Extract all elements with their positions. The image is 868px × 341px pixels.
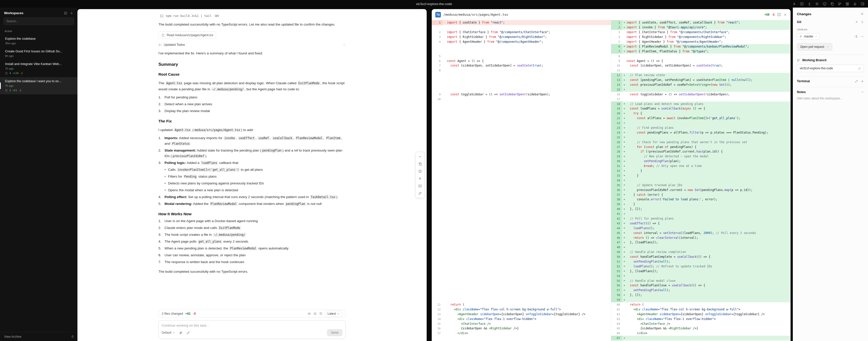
- diff-cell: [432, 135, 611, 140]
- code-text: }: [626, 174, 639, 177]
- line-number: 61: [611, 307, 622, 312]
- workspace-item[interactable]: Create Good First Issues on Github So...…: [0, 47, 78, 60]
- code-text: <AgentHeader sidebarOpen={sidebarOpen} o…: [626, 312, 765, 316]
- diff-row: 20+ try {: [432, 111, 790, 116]
- line-number: 38: [611, 197, 622, 202]
- diff-cell: [432, 283, 611, 288]
- file-read-chip[interactable]: Read medusa/src/pages/Agent.tsx: [158, 31, 216, 39]
- columns-icon[interactable]: [800, 2, 804, 6]
- open-pull-request-button[interactable]: Open pull request: [797, 43, 832, 51]
- diff-cell: 12+ // Plan review state: [611, 73, 790, 78]
- diff-cell: [432, 235, 611, 240]
- rename-branch-icon[interactable]: [858, 67, 861, 70]
- grid-icon[interactable]: [845, 2, 849, 6]
- notes-section-label[interactable]: Notes: [797, 90, 806, 94]
- close-diff-icon[interactable]: [783, 13, 787, 17]
- new-window-icon[interactable]: [64, 11, 67, 15]
- working-branch-input[interactable]: vk/3ccf-explore-the-code: [797, 64, 864, 72]
- diff-cell: 38+ console.error('Failed to load plans:…: [611, 197, 790, 202]
- terminal-icon[interactable]: [416, 183, 424, 189]
- diff-cell: 1+import { useState, useEffect, useRef, …: [611, 20, 790, 25]
- send-button[interactable]: Send: [327, 329, 342, 336]
- inline-code: ExitPlanMode: [297, 81, 320, 85]
- diff-cell: 40+ }, []);: [611, 207, 790, 212]
- message-input-box[interactable]: Continue working on this task... Default: [158, 320, 346, 339]
- more-options-icon[interactable]: ⋯: [860, 35, 864, 38]
- eye-icon[interactable]: [307, 312, 311, 315]
- new-terminal-icon[interactable]: [861, 80, 864, 83]
- diff-cell: [432, 164, 611, 168]
- expand-terminal-icon[interactable]: [855, 80, 858, 83]
- view-archive-link[interactable]: View Archive: [4, 335, 21, 338]
- edit-icon[interactable]: [186, 331, 190, 335]
- plus-icon[interactable]: [70, 11, 73, 15]
- theme-icon[interactable]: [815, 2, 819, 6]
- chevron-down-icon: [343, 43, 346, 46]
- todos-collapse[interactable]: Updated Todos: [158, 43, 346, 46]
- upload-icon[interactable]: [808, 2, 811, 6]
- workspace-item[interactable]: Explore the codebase35m ago: [0, 35, 78, 47]
- list-item: 2.State management: Added state for trac…: [158, 148, 346, 159]
- list-icon[interactable]: [313, 312, 317, 315]
- copy-icon[interactable]: [830, 2, 834, 6]
- diff-cell: 12 <div className="flex flex-col h-scree…: [432, 307, 611, 312]
- repo-name: medusa: [797, 28, 864, 31]
- line-number: 10: [432, 97, 443, 101]
- terminal-section-label[interactable]: Terminal: [797, 80, 810, 83]
- model-select[interactable]: Default: [162, 331, 175, 334]
- diff-row: 45+ const interval = setInterval(loadPla…: [432, 230, 790, 235]
- tool-command: npm run build 2>&1 | tail -80: [166, 14, 219, 18]
- window-title: vk/3ccf-explore-the-code: [416, 2, 452, 6]
- copy-icon[interactable]: [416, 161, 424, 167]
- diff-cell: 16 {sidebarOpen && <RightSidebar />}: [432, 326, 611, 331]
- message-input[interactable]: Continue working on this task...: [162, 323, 342, 327]
- list-number: 5.: [158, 201, 163, 207]
- diff-row: 55+ // Handle plan modal close: [432, 278, 790, 283]
- panel-right-icon[interactable]: [861, 2, 864, 6]
- diff-cell: 7 const [sidebarOpen, setSidebarOpen] = …: [432, 63, 611, 68]
- search-input[interactable]: [4, 18, 74, 25]
- list-number: 2.: [158, 101, 163, 107]
- commits-ahead[interactable]: ↑1: [854, 35, 857, 38]
- list-text: The hook script creates a file in ~/.med…: [164, 232, 246, 238]
- diff-row: 50+ const handlePlanComplete = useCallba…: [432, 254, 790, 259]
- chat-blocks: npm run build 2>&1 | tail -80The build c…: [78, 9, 427, 307]
- version-select[interactable]: Latest: [325, 311, 342, 317]
- branch-select[interactable]: master: [797, 33, 820, 40]
- undo-icon[interactable]: [319, 312, 323, 315]
- collapse-section-icon[interactable]: [861, 21, 864, 24]
- files-changed-bar[interactable]: 2 files changed +61 -3 Latest: [158, 310, 346, 318]
- display-icon[interactable]: [823, 2, 827, 6]
- chevron-down-icon[interactable]: [861, 91, 864, 94]
- pause-icon[interactable]: [792, 2, 796, 6]
- diff-marker: +: [622, 155, 626, 158]
- list-item: 4.The Agent page polls get_all_plans eve…: [158, 239, 346, 244]
- diff-row: 23+ // Find pending plans: [432, 125, 790, 130]
- diff-cell: 13 <AgentHeader sidebarOpen={sidebarOpen…: [432, 312, 611, 316]
- bell-icon[interactable]: [853, 2, 857, 6]
- play-icon[interactable]: [416, 175, 424, 182]
- git-compare-icon[interactable]: [416, 190, 424, 196]
- split-view-icon[interactable]: [777, 13, 781, 17]
- branch-icon[interactable]: [838, 2, 842, 6]
- diff-cell: 47+ }, [loadPlans]);: [611, 240, 790, 245]
- attachment-icon[interactable]: [179, 331, 183, 335]
- code-text: }, []);: [626, 293, 642, 297]
- notes-placeholder[interactable]: Add notes about this workspace...: [797, 97, 864, 100]
- deletions: -2: [20, 71, 23, 74]
- line-number: 7: [611, 49, 622, 54]
- open-external-icon[interactable]: [855, 21, 858, 24]
- line-number: 47: [611, 240, 622, 245]
- workspace-item[interactable]: Install and integrate Vibe Kanban Web...…: [0, 60, 78, 77]
- tool-call-row[interactable]: npm run build 2>&1 | tail -80: [160, 14, 346, 18]
- diff-marker: +: [622, 203, 626, 206]
- inline-code: PlanItem: [326, 136, 341, 140]
- workspace-item[interactable]: Explore the codebase I want you to ex...…: [0, 77, 78, 94]
- diff-icon[interactable]: [416, 168, 424, 175]
- drag-handle-icon[interactable]: [416, 153, 424, 160]
- close-panel-icon[interactable]: [860, 12, 864, 16]
- line-number: [432, 44, 443, 49]
- line-number: 49: [611, 250, 622, 254]
- line-number: 2: [611, 25, 622, 30]
- diff-marker: +: [622, 289, 626, 292]
